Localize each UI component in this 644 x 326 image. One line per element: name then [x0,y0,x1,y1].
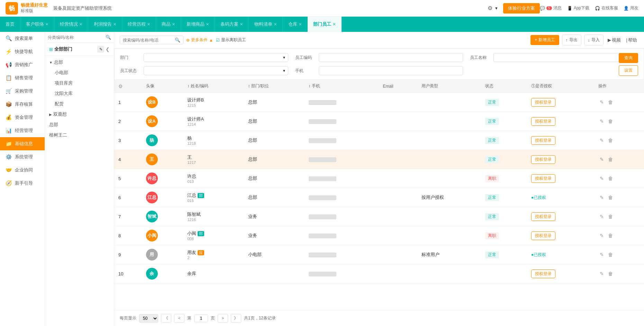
close-icon[interactable]: ✕ [45,22,48,27]
close-icon[interactable]: ✕ [147,22,150,27]
app-download-btn[interactable]: 📱 App下载 [567,5,589,11]
tab-history[interactable]: 经营历程 ✕ [122,17,156,32]
edit-button[interactable]: ✎ [598,232,605,239]
edit-button[interactable]: ✎ [598,156,605,163]
sidebar-item-finance[interactable]: 💰 资金管理 [0,111,45,124]
delete-button[interactable]: 🗑 [607,99,614,106]
sidebar-item-stock[interactable]: 📦 库存核算 [0,98,45,111]
dept-filter-dropdown[interactable]: ▾ [144,53,288,62]
status-filter-dropdown[interactable]: ▾ [144,66,288,75]
sidebar-item-guide[interactable]: 🧭 新手引导 [0,177,45,190]
authorize-button[interactable]: 授权登录 [531,155,555,164]
sidebar-item-operation[interactable]: 📊 经营管理 [0,124,45,137]
edit-button[interactable]: ✎ [598,99,605,106]
close-icon[interactable]: ✕ [113,22,116,27]
edit-button[interactable]: ✎ [598,270,605,277]
last-page-btn[interactable]: 》 [231,314,241,323]
tab-home[interactable]: 首页 [0,17,20,32]
first-page-btn[interactable]: 《 [161,314,171,323]
import-button[interactable]: ↓ 导入 [584,35,604,45]
tab-bom[interactable]: 物料清单 ✕ [249,17,283,32]
tab-profit[interactable]: 利润报告 ✕ [88,17,122,32]
dept-edit-icon[interactable]: ✎ [97,46,104,53]
edit-button[interactable]: ✎ [598,137,605,144]
sidebar-item-collab[interactable]: 🤝 企业协同 [0,164,45,177]
dept-node-dual[interactable]: ▶双鹿想 [45,109,114,120]
tab-operation[interactable]: 经营情况 ✕ [54,17,88,32]
close-icon[interactable]: ✕ [206,22,209,27]
online-service-btn[interactable]: 🎧 在线客服 [595,5,618,11]
dept-node-small-elec[interactable]: 小电部 [45,68,114,78]
col-dept[interactable]: ↕ 部门/职位 [244,80,305,93]
tab-warehouse[interactable]: 仓库 ✕ [283,17,308,32]
tab-employees[interactable]: 部门员工 ✕ [308,17,342,32]
tab-barcode[interactable]: 条码方案 ✕ [215,17,249,32]
delete-button[interactable]: 🗑 [607,251,614,258]
dept-search-icon[interactable]: 🔍 [106,35,111,40]
close-icon[interactable]: ✕ [299,22,302,27]
authorize-button[interactable]: 授权登录 [531,117,555,126]
close-icon[interactable]: ✕ [172,22,175,27]
code-filter-input[interactable] [319,53,463,62]
gear-icon[interactable]: ⚙ [488,5,492,11]
search-input[interactable] [123,38,175,43]
settings-icon[interactable]: ⚙ [118,83,123,89]
sidebar-item-system[interactable]: ⚙️ 系统管理 [0,150,45,164]
edit-button[interactable]: ✎ [598,213,605,220]
tab-new-goods[interactable]: 新增商品 ✕ [181,17,215,32]
phone-filter-input[interactable] [319,66,463,75]
close-icon[interactable]: ✕ [79,22,82,27]
search-icon[interactable]: 🔍 [175,37,180,43]
user-btn[interactable]: 👤 用友 [624,5,638,11]
delete-button[interactable]: 🗑 [607,137,614,144]
add-employee-button[interactable]: + 新增员工 [530,35,559,45]
dept-collapse-icon[interactable]: ❮ [106,46,110,52]
more-filter-btn[interactable]: ⊕ 更多条件 ▲ [186,37,213,43]
delete-button[interactable]: 🗑 [607,213,614,220]
dept-node-project[interactable]: 项目库房 [45,78,114,88]
authorize-button[interactable]: 授权登录 [531,270,555,278]
sidebar-item-basic[interactable]: 📁 基础信息 [0,137,45,150]
delete-button[interactable]: 🗑 [607,175,614,182]
sidebar-item-marketing[interactable]: 📢 营销推广 [0,58,45,71]
edit-button[interactable]: ✎ [598,118,605,125]
sidebar-item-quick-nav[interactable]: ⚡ 快捷导航 [0,45,45,58]
edit-button[interactable]: ✎ [598,194,605,201]
delete-button[interactable]: 🗑 [607,232,614,239]
try-btn[interactable]: 体验行业方案 [503,3,540,14]
settings-button[interactable]: 设置 [619,65,638,76]
authorize-button[interactable]: 授权登录 [531,136,555,145]
name-filter-input[interactable] [493,53,638,62]
tab-goods[interactable]: 商品 ✕ [156,17,181,32]
authorize-button[interactable]: 授权登录 [531,98,555,107]
close-icon[interactable]: ✕ [333,22,336,27]
close-icon[interactable]: ✕ [274,22,277,27]
dept-node-hq[interactable]: 总部 [45,120,114,130]
page-number-input[interactable] [194,315,208,322]
search-button[interactable]: 查询 [619,53,638,63]
sidebar-item-search[interactable]: 🔍 搜索菜单 [0,32,45,45]
sidebar-item-sales[interactable]: 📋 销售管理 [0,71,45,85]
authorize-button[interactable]: 授权登录 [531,212,555,221]
col-name[interactable]: ↕ 姓名/编码 [183,80,244,93]
help-button[interactable]: | 帮助 [625,36,638,45]
message-btn[interactable]: 💬 5 消息 [540,5,562,11]
dept-search-input[interactable] [48,35,106,40]
prev-page-btn[interactable]: ＜ [174,314,184,323]
dept-node-shenyang[interactable]: 沈阳大库 [45,88,114,99]
dept-node-distribution[interactable]: 配货 [45,99,114,109]
dept-node-general[interactable]: ▼总部 [45,57,114,68]
view-button[interactable]: ▶ 视频 [606,36,622,45]
dept-node-plant[interactable]: 植树王二 [45,130,114,140]
show-resigned-toggle[interactable]: ☑ 显示离职员工 [216,37,246,43]
delete-button[interactable]: 🗑 [607,156,614,163]
col-phone[interactable]: ↕ 手机 [305,80,379,93]
page-size-select[interactable]: 50 100 [139,314,158,323]
tab-customer[interactable]: 客户联络 ✕ [20,17,54,32]
authorize-button[interactable]: 授权登录 [531,174,555,183]
close-icon[interactable]: ✕ [240,22,243,27]
edit-button[interactable]: ✎ [598,175,605,182]
sidebar-item-purchase[interactable]: 🛒 采购管理 [0,85,45,98]
authorize-button[interactable]: 授权登录 [531,231,555,240]
delete-button[interactable]: 🗑 [607,270,614,277]
